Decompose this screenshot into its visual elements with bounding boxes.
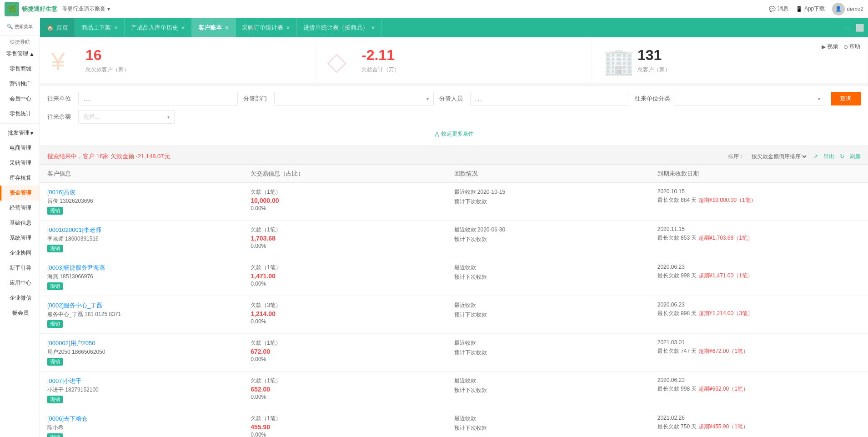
logo-area: 🌿 畅捷通好生意 [5,2,57,16]
customer-name-3[interactable]: [0002]服务中心_丁磊 [47,301,251,310]
overdue-link-3[interactable]: 超期¥1,214.00（3笔） [698,310,753,316]
results-bar: 搜索结果中，客户 16家 欠款金额 -21,148.07元 排序： 按欠款金额倒… [40,149,868,165]
app-download-button[interactable]: 📱 App下载 [796,5,825,13]
user-avatar[interactable]: 👤 demo2 [832,3,863,15]
username: demo2 [847,6,863,12]
tab-close-customer-account[interactable]: ✕ [225,25,229,30]
customer-phone-1: 李老师 18600391516 [47,235,251,243]
balance-select[interactable]: 选择... ▾ [78,110,175,124]
collapse-button[interactable]: ⋀ 收起更多条件 [47,128,861,140]
filter-dept-label: 分管部门 [243,95,271,103]
sidebar-item-purchase[interactable]: 采购管理 [0,156,40,171]
search-menu-button[interactable]: 🔍 搜索菜单 [4,22,36,32]
sidebar-item-retail-mgmt[interactable]: 零售管理 ▲ [0,46,40,61]
customer-name-6[interactable]: [0006]去下粮仓 [47,415,251,423]
video-link[interactable]: ▶ 视频 [822,43,838,50]
customer-tag-5: 现销 [47,396,63,403]
source-unit-input[interactable]: ... [78,92,238,105]
sidebar-item-vip-member[interactable]: 畅会员 [0,306,40,321]
overdue-info-6: 2021.02.26 最长欠款 750 天 超期¥455.90（1笔） [657,415,861,431]
customer-phone-2: 海燕 18513066976 [47,273,251,281]
yuan-icon: ¥ [51,46,78,74]
sidebar-item-retail-mall[interactable]: 零售商城 [0,61,40,76]
sort-select[interactable]: 按欠款金额倒序排序 [750,153,808,160]
filter-area: 往来单位 ... 分管部门 ▾ [40,86,868,145]
debt-count-4: 欠款（1笔） [251,339,454,347]
table-row: [0001020001]李老师 李老师 18600391516 现销 欠款（1笔… [40,221,868,258]
sort-label: 排序： [728,153,744,161]
sidebar-item-basic-info[interactable]: 基础信息 [0,216,40,231]
filter-balance-label: 往来余额 [47,113,75,121]
tab-product-history[interactable]: 产成品入库单历史 ✕ [125,18,192,37]
debt-amount-4: 672.00 [251,348,454,355]
tab-customer-account[interactable]: 客户账本 ✕ [192,18,236,37]
customer-info-0: [0016]吕俊 吕俊 13026203696 现销 [47,188,251,215]
debt-count-0: 欠款（1笔） [251,188,454,196]
debt-count-6: 欠款（1笔） [251,415,454,422]
stat-card-actions: ▶ 视频 ⊙ 帮助 [822,43,860,50]
repay-info-3: 最近收款 预计下次收款 [454,301,657,319]
help-link[interactable]: ⊙ 帮助 [843,43,860,50]
overdue-link-1[interactable]: 超期¥1,703.68（1笔） [698,235,753,241]
overdue-link-0[interactable]: 超期¥10,000.00（1笔） [698,197,756,203]
unit-category-select[interactable]: ▾ [674,92,825,105]
debt-percent-2: 0.00% [251,281,454,287]
sidebar-item-guide[interactable]: 新手引导 [0,261,40,276]
help-icon: ⊙ [843,44,848,50]
debt-info-6: 欠款（1笔） 455.90 0.00% [251,415,454,437]
search-button[interactable]: 查询 [831,92,861,105]
repay-next-0: 预计下次收款 [454,198,657,206]
debt-amount-2: 1,471.00 [251,272,454,280]
export-button[interactable]: 导出 [823,153,834,161]
message-button[interactable]: 💬 消息 [769,5,788,13]
industry-select[interactable]: 母婴行业演示账套 ▾ [62,5,110,13]
tab-close-purchase-order[interactable]: ✕ [286,25,290,30]
sidebar-item-marketing[interactable]: 营销推广 [0,76,40,91]
table-row: [0016]吕俊 吕俊 13026203696 现销 欠款（1笔） 10,000… [40,183,868,221]
tabs-maximize-button[interactable]: ⬜ [855,24,864,32]
refresh-button[interactable]: 刷新 [850,153,861,161]
tab-purchase-order[interactable]: 采购订单统计表 ✕ [236,18,297,37]
customer-name-4[interactable]: [000002]用户2050 [47,339,251,347]
customer-info-2: [0003]畅捷服务尹海蒸 海燕 18513066976 现销 [47,264,251,290]
dept-chevron-icon: ▾ [426,96,429,101]
overdue-link-2[interactable]: 超期¥1,471.00（1笔） [698,272,753,279]
stat-info-total: 131 总客户（家） [637,46,670,73]
customer-name-5[interactable]: [0007]小进干 [47,377,251,385]
tabs-right-buttons: — ⬜ [844,24,868,32]
content-area: 🏠 首页 商品上下架 ✕ 产成品入库单历史 ✕ 客户账本 ✕ 采购订单统计表 [40,18,868,437]
sidebar-item-inventory[interactable]: 库存核算 [0,171,40,186]
overdue-link-5[interactable]: 超期¥652.00（1笔） [698,386,748,392]
overdue-link-6[interactable]: 超期¥455.90（1笔） [698,423,748,430]
repay-info-5: 最近收款 预计下次收款 [454,377,657,394]
customer-name-1[interactable]: [0001020001]李老师 [47,226,251,234]
repay-latest-2: 最近收款 [454,264,657,271]
tab-close-instock-stats[interactable]: ✕ [371,25,375,30]
customer-name-0[interactable]: [0016]吕俊 [47,188,251,196]
sidebar-item-enterprise-wechat[interactable]: 企业微信 [0,291,40,306]
sidebar-item-member[interactable]: 会员中心 [0,91,40,106]
tabs-minimize-button[interactable]: — [844,24,852,32]
tab-close-product-off[interactable]: ✕ [114,25,118,30]
table-row: [0006]去下粮仓 陈小希 现销 欠款（1笔） 455.90 0.00% 最近… [40,409,868,437]
sidebar-item-enterprise-collab[interactable]: 企业协同 [0,246,40,261]
sidebar-item-ecommerce[interactable]: 电商管理 [0,141,40,156]
customer-name-2[interactable]: [0003]畅捷服务尹海蒸 [47,264,251,272]
sidebar-item-operation[interactable]: 经营管理 [0,201,40,216]
sidebar-item-system[interactable]: 系统管理 [0,231,40,246]
dept-select[interactable]: ▾ [274,92,434,105]
tab-home[interactable]: 🏠 首页 [40,18,75,37]
sidebar-quick-nav[interactable]: 快捷导航 [0,36,40,46]
tab-instock-stats[interactable]: 进货单统计表（按商品） ✕ [297,18,382,37]
logo-text: 畅捷通好生意 [22,5,57,13]
table-row: [0007]小进干 小进干 18279152100 现销 欠款（1笔） 652.… [40,372,868,409]
sidebar-item-app-center[interactable]: 应用中心 [0,276,40,291]
tab-close-product-history[interactable]: ✕ [181,25,185,30]
repay-latest-6: 最近收款 [454,415,657,422]
manager-input[interactable]: ... [470,92,630,105]
sidebar-item-retail-stats[interactable]: 零售统计 [0,106,40,121]
sidebar-item-finance[interactable]: 资金管理 [0,186,40,201]
sidebar-item-batch-mgmt[interactable]: 批发管理 ▾ [0,126,40,141]
overdue-link-4[interactable]: 超期¥672.00（1笔） [698,348,748,354]
tab-product-off[interactable]: 商品上下架 ✕ [75,18,125,37]
